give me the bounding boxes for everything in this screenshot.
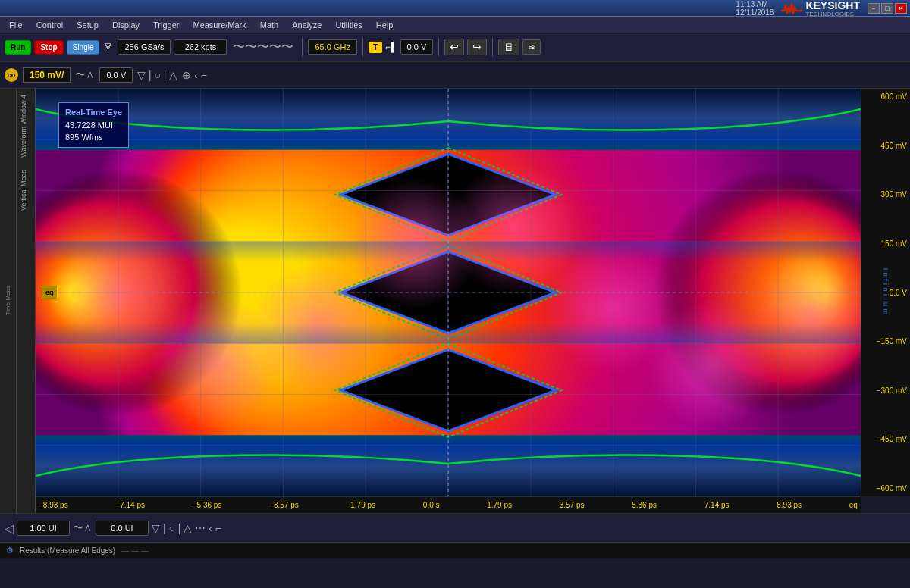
x-label-8: 5.36 ps [632, 501, 657, 509]
status-bar: ⚙ Results (Measure All Edges) — — — [0, 542, 910, 558]
bottom-toolbar: ◁ 1.00 UI 〜∧ 0.0 UI ▽ | ○ | △ ⋯ ‹ ⌐ [0, 513, 910, 542]
voltage-offset-display: 0.0 V [400, 39, 434, 55]
y-label-2: 300 mV [864, 190, 907, 199]
menu-setup[interactable]: Setup [71, 19, 105, 31]
ch-scale-display: 150 mV/ [23, 67, 71, 83]
timestamp: 11:13 AM 12/11/2018 [736, 0, 774, 17]
trigger-shape-icon: ⌐▌ [385, 42, 397, 52]
channel-toolbar: co 150 mV/ 〜∧ 0.0 V ▽ | ○ | △ ⊕ ‹ ⌐ [0, 62, 910, 89]
x-label-7: 3.57 ps [560, 501, 585, 509]
status-icon: ⚙ [6, 546, 14, 555]
brand-logo: KEYSIGHT TECHNOLOGIES [781, 0, 860, 17]
ui-offset-display: 0.0 UI [96, 521, 149, 536]
vert-meas-label: Vertical Meas [17, 164, 35, 217]
eye-wfms: 895 Wfms [65, 131, 122, 144]
bottom-controls-icon: ▽ | ○ | △ [152, 522, 192, 534]
run-button[interactable]: Run [5, 40, 31, 55]
eq-indicator: eq [42, 286, 58, 299]
ui-value-display: 1.00 UI [17, 521, 70, 536]
eye-diagram-canvas [36, 89, 861, 496]
scope-area: Real-Time Eye 43.7228 MUI 895 Wfms eq 60… [36, 89, 910, 496]
menu-math[interactable]: Math [254, 19, 284, 31]
x-label-11: eq [849, 501, 858, 509]
screenshot-button[interactable]: 🖥 [498, 39, 519, 55]
toolbar: Run Stop Single ⛛ 256 GSa/s 262 kpts 〜〜〜… [0, 33, 910, 62]
menu-trigger[interactable]: Trigger [147, 19, 185, 31]
redo-button[interactable]: ↪ [467, 39, 487, 55]
sample-rate-display: 256 GSa/s [118, 39, 171, 55]
x-label-0: −8.93 ps [39, 501, 68, 509]
time-meas-label: Time Meas [5, 286, 12, 315]
y-label-1: 450 mV [864, 142, 907, 150]
menu-help[interactable]: Help [370, 19, 400, 31]
x-label-9: 7.14 ps [704, 501, 730, 509]
menu-file[interactable]: File [3, 19, 29, 31]
frequency-display: 65.0 GHz [308, 39, 356, 55]
main-area: Time Meas Waveform Window 4 Vertical Mea… [0, 89, 910, 513]
infiniium-label: Infiniium [882, 268, 890, 317]
ch-zoom-icon: ⊕ ‹ ⌐ [182, 69, 207, 81]
close-button[interactable]: ✕ [895, 3, 907, 14]
eye-info-box: Real-Time Eye 43.7228 MUI 895 Wfms [58, 102, 129, 148]
x-label-5: 0.0 s [423, 501, 440, 509]
menu-utilities[interactable]: Utilities [329, 19, 368, 31]
y-label-0: 600 mV [864, 92, 907, 101]
x-label-1: −7.14 ps [115, 501, 145, 509]
wave-shape-icon-2: 〜∧ [73, 521, 93, 535]
points-display: 262 kpts [174, 39, 227, 55]
status-text: Results (Measure All Edges) [20, 546, 115, 555]
brand-name: KEYSIGHT [805, 0, 860, 11]
menu-analyze[interactable]: Analyze [286, 19, 328, 31]
minimize-button[interactable]: − [868, 3, 880, 14]
y-label-8: −600 mV [864, 484, 907, 493]
sep-2 [362, 38, 363, 56]
x-label-2: −5.36 ps [193, 501, 222, 509]
x-label-4: −1.79 ps [346, 501, 375, 509]
eye-mui: 43.7228 MUI [65, 119, 122, 132]
scope-container: Real-Time Eye 43.7228 MUI 895 Wfms eq 60… [36, 89, 910, 513]
trigger-icon: ⛛ [102, 40, 115, 54]
wave-shape-icon: 〜∧ [75, 68, 95, 82]
y-label-6: −300 mV [864, 386, 907, 395]
x-label-6: 1.79 ps [487, 501, 512, 509]
ch-offset-display: 0.0 V [99, 67, 133, 83]
y-label-7: −450 mV [864, 435, 907, 443]
x-label-3: −3.57 ps [269, 501, 299, 509]
brand-sub: TECHNOLOGIES [805, 11, 860, 17]
waveform-window-label: Waveform Window 4 [17, 89, 35, 164]
y-label-3: 150 mV [864, 239, 907, 248]
ch-controls-icon: ▽ | ○ | △ [137, 69, 177, 81]
x-label-10: 8.93 ps [777, 501, 802, 509]
title-bar: 11:13 AM 12/11/2018 KEYSIGHT TECHNOLOGIE… [0, 0, 910, 17]
measure-icon-btn[interactable]: ≋ [522, 39, 541, 55]
sep-4 [492, 38, 493, 56]
undo-button[interactable]: ↩ [444, 39, 464, 55]
menu-control[interactable]: Control [30, 19, 69, 31]
ch-indicator: co [5, 68, 18, 82]
stop-button[interactable]: Stop [34, 40, 63, 55]
status-dots: — — — [121, 546, 149, 555]
sep-1 [302, 38, 303, 56]
trigger-label: T [369, 42, 382, 53]
x-axis: −8.93 ps −7.14 ps −5.36 ps −3.57 ps −1.7… [36, 496, 861, 513]
eye-info-title: Real-Time Eye [65, 106, 122, 119]
menu-display[interactable]: Display [106, 19, 146, 31]
nav-left-icon[interactable]: ◁ [5, 521, 14, 536]
time-meas-sidebar: Time Meas [0, 89, 17, 513]
sep-3 [438, 38, 439, 56]
restore-button[interactable]: □ [881, 3, 893, 14]
bottom-extras-icon: ⋯ ‹ ⌐ [195, 522, 221, 534]
single-button[interactable]: Single [67, 40, 100, 55]
y-label-5: −150 mV [864, 337, 907, 346]
wave-icon-1: 〜〜〜〜〜 [230, 39, 297, 55]
waveform-sidebar: Waveform Window 4 Vertical Meas [17, 89, 36, 513]
menu-measure-mark[interactable]: Measure/Mark [187, 19, 252, 31]
menu-bar: File Control Setup Display Trigger Measu… [0, 17, 910, 33]
keysight-waveform-icon [781, 2, 802, 15]
